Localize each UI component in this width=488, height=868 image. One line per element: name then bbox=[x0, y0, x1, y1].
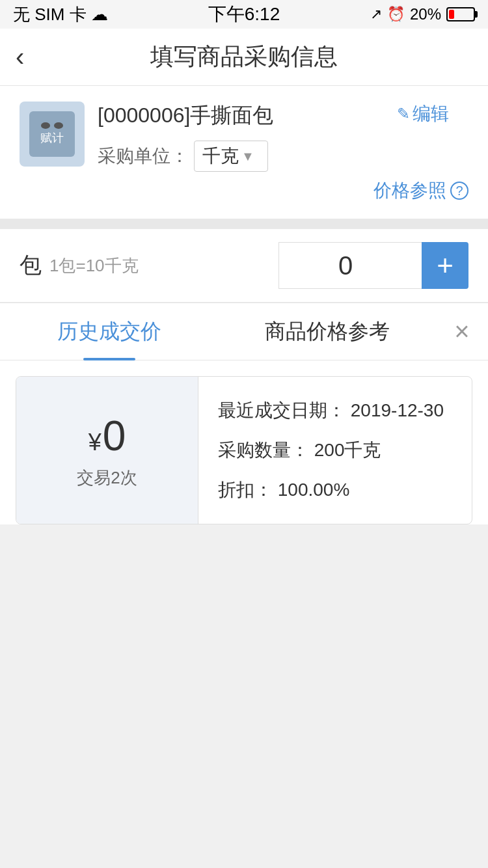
tab-history-price[interactable]: 历史成交价 bbox=[0, 303, 218, 360]
logo-eye-left bbox=[41, 122, 50, 129]
product-card: 赋计 [0000006]手撕面包 采购单位： 千克 ▼ ✎ 编辑 bbox=[0, 86, 488, 219]
history-price-summary: ¥ 0 交易2次 bbox=[16, 377, 198, 524]
status-left: 无 SIM 卡 ☁ bbox=[13, 3, 108, 26]
quantity-row: 包 1包=10千克 + bbox=[0, 229, 488, 302]
discount-label: 折扣： bbox=[218, 480, 273, 500]
background-area bbox=[0, 540, 488, 868]
quantity-input[interactable] bbox=[278, 242, 422, 289]
unit-label: 采购单位： 千克 ▼ bbox=[98, 141, 268, 172]
unit-select[interactable]: 千克 ▼ bbox=[194, 141, 268, 172]
recent-date-value: 2019-12-30 bbox=[351, 400, 444, 420]
status-bar: 无 SIM 卡 ☁ 下午6:12 ↗ ⏰ 20% bbox=[0, 0, 488, 29]
tab-product-price-ref[interactable]: 商品价格参考 bbox=[218, 303, 436, 360]
logo-text: 赋计 bbox=[40, 130, 64, 146]
trades-count: 交易2次 bbox=[77, 467, 137, 489]
help-icon: ? bbox=[450, 182, 468, 200]
purchase-qty-label: 采购数量： bbox=[218, 440, 309, 460]
section-divider bbox=[0, 219, 488, 229]
unit-value: 千克 bbox=[202, 144, 239, 169]
purchase-qty-value: 200千克 bbox=[314, 440, 381, 460]
sim-signal: 无 SIM 卡 ☁ bbox=[13, 3, 108, 26]
bottom-panel: 历史成交价 商品价格参考 × ¥ 0 交易2次 最近成交日期： 2019-12-… bbox=[0, 303, 488, 524]
currency-symbol: ¥ bbox=[88, 429, 102, 456]
product-logo: 赋计 bbox=[20, 102, 85, 167]
tab-close-button[interactable]: × bbox=[436, 317, 488, 346]
tabs-row: 历史成交价 商品价格参考 × bbox=[0, 303, 488, 360]
quantity-unit-info: 包 1包=10千克 bbox=[20, 251, 139, 280]
quantity-plus-button[interactable]: + bbox=[422, 242, 468, 289]
nav-bar: ‹ 填写商品采购信息 bbox=[0, 29, 488, 86]
chevron-down-icon: ▼ bbox=[241, 149, 254, 164]
back-button[interactable]: ‹ bbox=[16, 42, 24, 72]
product-header: 赋计 [0000006]手撕面包 采购单位： 千克 ▼ ✎ 编辑 bbox=[20, 102, 468, 172]
purchase-qty-row: 采购数量： 200千克 bbox=[218, 436, 452, 465]
price-number: 0 bbox=[103, 412, 126, 460]
price-ref-label: 价格参照 bbox=[373, 178, 446, 203]
quantity-input-group: + bbox=[278, 242, 468, 289]
history-card: ¥ 0 交易2次 最近成交日期： 2019-12-30 采购数量： 200千克 … bbox=[16, 376, 472, 524]
discount-value: 100.00% bbox=[278, 480, 350, 500]
package-label: 包 bbox=[20, 251, 42, 280]
battery-percent: 20% bbox=[410, 5, 441, 23]
page-title: 填写商品采购信息 bbox=[150, 41, 338, 73]
tab-underline bbox=[83, 358, 135, 360]
history-details: 最近成交日期： 2019-12-30 采购数量： 200千克 折扣： 100.0… bbox=[198, 377, 472, 524]
product-unit-row: 采购单位： 千克 ▼ bbox=[98, 141, 468, 172]
recent-date-row: 最近成交日期： 2019-12-30 bbox=[218, 396, 452, 426]
edit-icon: ✎ bbox=[397, 105, 410, 123]
status-right: ↗ ⏰ 20% bbox=[370, 5, 475, 23]
package-unit-sublabel: 1包=10千克 bbox=[49, 254, 139, 277]
status-time: 下午6:12 bbox=[208, 2, 280, 27]
alarm-icon: ⏰ bbox=[387, 6, 405, 23]
battery-icon bbox=[446, 7, 475, 21]
recent-date-label: 最近成交日期： bbox=[218, 400, 346, 420]
location-icon: ↗ bbox=[370, 6, 382, 23]
price-ref-button[interactable]: 价格参照 ? bbox=[373, 178, 468, 203]
discount-row: 折扣： 100.00% bbox=[218, 476, 452, 505]
logo-eye-right bbox=[54, 122, 63, 129]
history-price-value: ¥ 0 bbox=[88, 412, 126, 460]
edit-button[interactable]: ✎ 编辑 bbox=[397, 102, 449, 126]
